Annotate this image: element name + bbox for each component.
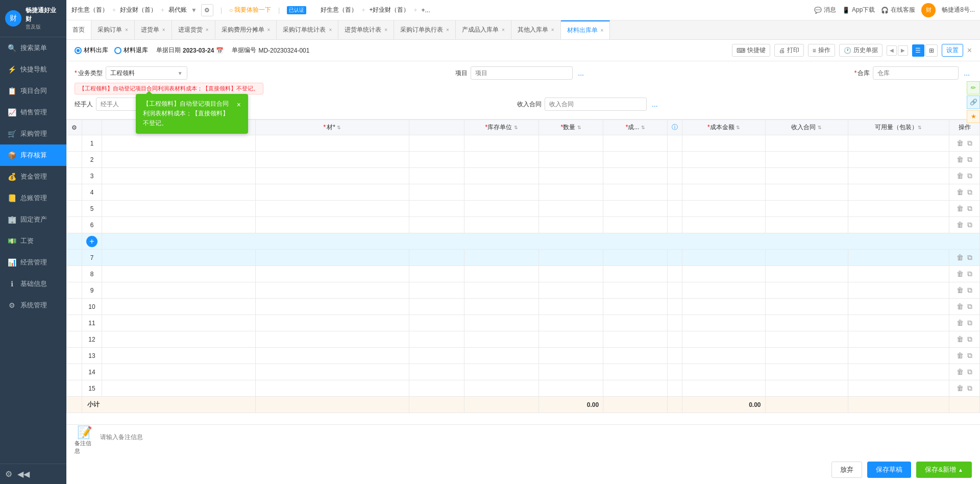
td-cost-amount-3[interactable] [682, 168, 765, 184]
th-income-contract[interactable]: 收入合同 ⇅ [765, 120, 848, 135]
copy-row-btn-14[interactable]: ⧉ [967, 368, 972, 376]
td-available-3[interactable] [848, 168, 949, 184]
project-more-btn[interactable]: ... [576, 69, 586, 77]
td-cost-amount-10[interactable] [682, 299, 765, 315]
copy-row-btn-1[interactable]: ⧉ [967, 139, 972, 147]
td-unit-10[interactable] [464, 299, 539, 315]
topbar-nav2-haoyecai[interactable]: +好业财（首） [369, 6, 409, 14]
td-income-contract-12[interactable] [765, 331, 848, 348]
th-unit[interactable]: *库存单位 ⇅ [464, 120, 539, 135]
tooltip-close-btn[interactable]: × [237, 99, 241, 110]
td-unit-7[interactable] [464, 250, 539, 266]
next-arrow[interactable]: ▶ [898, 45, 908, 56]
user-name[interactable]: 畅捷通8号... [942, 6, 975, 14]
td-available-1[interactable] [848, 135, 949, 152]
td-material-15[interactable] [255, 380, 409, 397]
td-spec-7[interactable] [409, 250, 464, 266]
td-income-contract-9[interactable] [765, 282, 848, 299]
td-available-8[interactable] [848, 266, 949, 282]
td-unit-15[interactable] [464, 380, 539, 397]
td-cost-price-1[interactable] [603, 135, 668, 152]
tab-close-incoming[interactable]: × [162, 27, 165, 33]
topbar-message[interactable]: 💬 消息 [814, 6, 836, 14]
sidebar-item-资金管理[interactable]: 💰资金管理 [0, 166, 66, 187]
td-income-contract-8[interactable] [765, 266, 848, 282]
td-project-3[interactable] [102, 168, 256, 184]
td-cost-price-14[interactable] [603, 364, 668, 380]
warehouse-input[interactable] [873, 66, 959, 80]
td-project-2[interactable] [102, 152, 256, 168]
copy-row-btn-11[interactable]: ⧉ [967, 319, 972, 327]
td-available-15[interactable] [848, 380, 949, 397]
sidebar-item-快捷导航[interactable]: ⚡快捷导航 [0, 59, 66, 80]
td-project-7[interactable] [102, 250, 256, 266]
td-income-contract-11[interactable] [765, 315, 848, 331]
td-project-4[interactable] [102, 184, 256, 201]
td-cost-amount-1[interactable] [682, 135, 765, 152]
td-qty-3[interactable] [539, 168, 603, 184]
th-cost-price[interactable]: *成... ⇅ [603, 120, 668, 135]
td-material-9[interactable] [255, 282, 409, 299]
business-type-input[interactable]: 工程领料 ▼ [106, 66, 187, 80]
td-qty-15[interactable] [539, 380, 603, 397]
topbar-nav-haoyecai[interactable]: 好业财（首） [120, 6, 157, 14]
td-cost-price-12[interactable] [603, 331, 668, 348]
td-project-9[interactable] [102, 282, 256, 299]
td-unit-11[interactable] [464, 315, 539, 331]
prev-arrow[interactable]: ◀ [887, 45, 897, 56]
tab-close-purchase-order[interactable]: × [125, 27, 128, 33]
td-cost-price-13[interactable] [603, 348, 668, 364]
td-cost-price-15[interactable] [603, 380, 668, 397]
copy-row-btn-5[interactable]: ⧉ [967, 204, 972, 212]
td-project-14[interactable] [102, 364, 256, 380]
td-income-contract-13[interactable] [765, 348, 848, 364]
td-cost-price-5[interactable] [603, 201, 668, 217]
td-unit-5[interactable] [464, 201, 539, 217]
td-qty-14[interactable] [539, 364, 603, 380]
delete-row-btn-12[interactable]: 🗑 [957, 335, 964, 343]
td-available-9[interactable] [848, 282, 949, 299]
info-icon[interactable]: ⓘ [672, 124, 678, 131]
copy-row-btn-6[interactable]: ⧉ [967, 221, 972, 229]
td-cost-amount-8[interactable] [682, 266, 765, 282]
td-income-contract-1[interactable] [765, 135, 848, 152]
td-qty-8[interactable] [539, 266, 603, 282]
td-cost-amount-7[interactable] [682, 250, 765, 266]
income-contract-more-btn[interactable]: ... [650, 100, 660, 108]
td-qty-11[interactable] [539, 315, 603, 331]
td-qty-2[interactable] [539, 152, 603, 168]
td-project-8[interactable] [102, 266, 256, 282]
tab-material-outbound[interactable]: 材料出库单 × [561, 20, 610, 40]
td-material-11[interactable] [255, 315, 409, 331]
save-draft-button[interactable]: 保存草稿 [867, 462, 911, 478]
discard-button[interactable]: 放弃 [831, 462, 862, 478]
sidebar-item-固定资产[interactable]: 🏢固定资产 [0, 209, 66, 230]
td-available-14[interactable] [848, 364, 949, 380]
topbar-settings-icon[interactable]: ⚙ [201, 4, 213, 16]
td-income-contract-3[interactable] [765, 168, 848, 184]
tab-purchase-execute[interactable]: 采购订单执行表 × [394, 20, 456, 40]
td-cost-amount-5[interactable] [682, 201, 765, 217]
print-btn[interactable]: 🖨 打印 [774, 44, 804, 57]
sidebar-item-总账管理[interactable]: 📒总账管理 [0, 187, 66, 209]
td-income-contract-2[interactable] [765, 152, 848, 168]
topbar-online-service[interactable]: 🎧 在线客服 [881, 6, 915, 14]
copy-row-btn-2[interactable]: ⧉ [967, 155, 972, 163]
topbar-nav2-haoshengyi[interactable]: 好生意（首） [321, 6, 357, 14]
td-cost-price-3[interactable] [603, 168, 668, 184]
tab-close-incoming-return[interactable]: × [206, 27, 209, 33]
td-material-5[interactable] [255, 201, 409, 217]
td-qty-9[interactable] [539, 282, 603, 299]
topbar-nav-haoshengyi[interactable]: 好生意（首） [71, 6, 108, 14]
td-unit-12[interactable] [464, 331, 539, 348]
td-cost-amount-14[interactable] [682, 364, 765, 380]
delete-row-btn-11[interactable]: 🗑 [957, 319, 964, 327]
copy-row-btn-3[interactable]: ⧉ [967, 172, 972, 180]
input-material-7[interactable] [260, 254, 405, 261]
th-available[interactable]: 可用量（包装）⇅ [848, 120, 949, 135]
right-float-star-btn[interactable]: ★ [967, 110, 980, 123]
td-cost-amount-9[interactable] [682, 282, 765, 299]
td-unit-1[interactable] [464, 135, 539, 152]
quick-key-btn[interactable]: ⌨ 快捷键 [732, 44, 770, 57]
sidebar-collapse-icon[interactable]: ◀◀ [17, 469, 30, 479]
